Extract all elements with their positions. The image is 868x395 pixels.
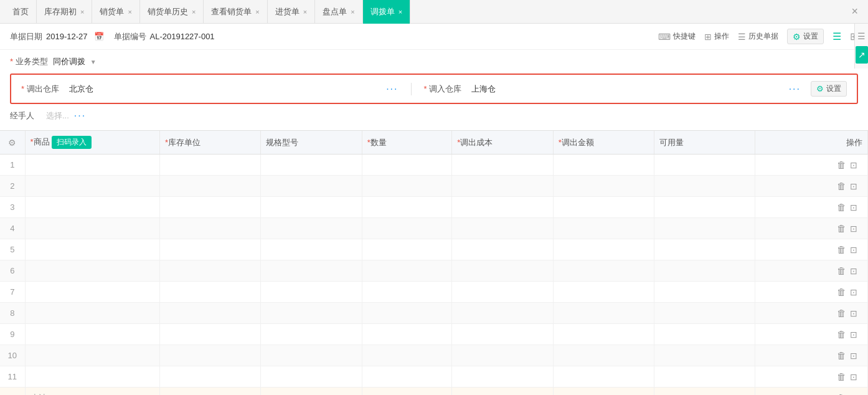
row-qty[interactable] <box>362 176 451 197</box>
copy-row-button[interactable]: ⊡ <box>850 287 857 297</box>
row-spec[interactable] <box>261 324 362 345</box>
row-spec[interactable] <box>261 155 362 176</box>
shortcut-button[interactable]: ⌨ 快捷键 <box>658 31 696 42</box>
delete-row-button[interactable]: 🗑 <box>837 287 846 297</box>
tab-sales-order[interactable]: 销货单 × <box>92 0 139 24</box>
tab-inventory-init[interactable]: 库存期初 × <box>37 0 92 24</box>
layout-list-button[interactable]: ☰ <box>833 31 841 42</box>
row-qty[interactable] <box>362 155 451 176</box>
side-link-icon[interactable]: ↗ <box>856 46 868 64</box>
copy-row-button[interactable]: ⊡ <box>850 330 857 340</box>
row-transfer-cost[interactable] <box>452 345 553 366</box>
copy-row-button[interactable]: ⊡ <box>850 245 857 255</box>
row-transfer-cost[interactable] <box>452 176 553 197</box>
row-transfer-amount[interactable] <box>553 176 654 197</box>
copy-row-button[interactable]: ⊡ <box>850 181 857 191</box>
row-transfer-amount[interactable] <box>553 303 654 324</box>
row-unit[interactable] <box>160 324 261 345</box>
row-spec[interactable] <box>261 303 362 324</box>
copy-row-button[interactable]: ⊡ <box>850 308 857 318</box>
row-transfer-amount[interactable] <box>553 366 654 388</box>
tab-view-sales[interactable]: 查看销货单 × <box>204 0 267 24</box>
copy-row-button[interactable]: ⊡ <box>850 202 857 212</box>
tab-inventory-count[interactable]: 盘点单 × <box>315 0 362 24</box>
row-qty[interactable] <box>362 303 451 324</box>
row-product[interactable] <box>25 282 160 303</box>
delete-row-button[interactable]: 🗑 <box>837 181 846 191</box>
close-tab-inventory-init[interactable]: × <box>80 8 84 16</box>
row-spec[interactable] <box>261 366 362 388</box>
row-qty[interactable] <box>362 218 451 239</box>
row-transfer-amount[interactable] <box>553 260 654 282</box>
row-unit[interactable] <box>160 303 261 324</box>
history-button[interactable]: ☰ 历史单据 <box>738 31 778 42</box>
row-qty[interactable] <box>362 366 451 388</box>
warehouse-in-more-button[interactable]: ··· <box>789 83 801 95</box>
business-type-select[interactable]: 同价调拨 ▼ <box>53 56 177 67</box>
close-tab-inventory-count[interactable]: × <box>351 8 354 16</box>
row-spec[interactable] <box>261 197 362 218</box>
row-transfer-amount[interactable] <box>553 345 654 366</box>
row-unit[interactable] <box>160 176 261 197</box>
tab-sales-history[interactable]: 销货单历史 × <box>140 0 204 24</box>
calendar-icon[interactable]: 📅 <box>94 32 104 41</box>
row-transfer-cost[interactable] <box>452 218 553 239</box>
delete-row-button[interactable]: 🗑 <box>837 244 846 255</box>
row-qty[interactable] <box>362 197 451 218</box>
row-transfer-cost[interactable] <box>452 324 553 345</box>
close-tab-sales-history[interactable]: × <box>192 8 196 16</box>
row-product[interactable] <box>25 197 160 218</box>
table-gear-icon[interactable]: ⚙ <box>8 138 16 148</box>
delete-row-button[interactable]: 🗑 <box>837 350 846 361</box>
close-tab-view-sales[interactable]: × <box>255 8 259 16</box>
delete-row-button[interactable]: 🗑 <box>837 329 846 340</box>
copy-row-button[interactable]: ⊡ <box>850 160 857 170</box>
tab-purchase-order[interactable]: 进货单 × <box>268 0 315 24</box>
row-product[interactable] <box>25 324 160 345</box>
row-product[interactable] <box>25 345 160 366</box>
row-qty[interactable] <box>362 260 451 282</box>
delete-row-button[interactable]: 🗑 <box>837 202 846 212</box>
row-transfer-cost[interactable] <box>452 303 553 324</box>
row-product[interactable] <box>25 218 160 239</box>
row-spec[interactable] <box>261 239 362 260</box>
warehouse-out-more-button[interactable]: ··· <box>386 83 398 95</box>
row-transfer-cost[interactable] <box>452 260 553 282</box>
operation-button[interactable]: ⊞ 操作 <box>704 31 729 42</box>
delete-row-button[interactable]: 🗑 <box>837 265 846 276</box>
copy-row-button[interactable]: ⊡ <box>850 224 857 234</box>
row-unit[interactable] <box>160 260 261 282</box>
row-spec[interactable] <box>261 260 362 282</box>
row-unit[interactable] <box>160 282 261 303</box>
subtotal-delete-button[interactable]: 🗑 <box>836 393 846 395</box>
row-unit[interactable] <box>160 218 261 239</box>
side-list-icon[interactable]: ☰ <box>855 29 868 44</box>
settings-button[interactable]: ⚙ 设置 <box>787 29 824 44</box>
copy-row-button[interactable]: ⊡ <box>850 372 857 382</box>
copy-row-button[interactable]: ⊡ <box>850 266 857 276</box>
row-unit[interactable] <box>160 366 261 388</box>
row-unit[interactable] <box>160 239 261 260</box>
row-transfer-cost[interactable] <box>452 366 553 388</box>
row-product[interactable] <box>25 176 160 197</box>
row-transfer-amount[interactable] <box>553 155 654 176</box>
row-qty[interactable] <box>362 345 451 366</box>
row-qty[interactable] <box>362 239 451 260</box>
row-product[interactable] <box>25 260 160 282</box>
row-product[interactable] <box>25 155 160 176</box>
row-spec[interactable] <box>261 176 362 197</box>
row-spec[interactable] <box>261 218 362 239</box>
row-unit[interactable] <box>160 155 261 176</box>
delete-row-button[interactable]: 🗑 <box>837 223 846 234</box>
close-tab-purchase-order[interactable]: × <box>303 8 307 16</box>
delete-row-button[interactable]: 🗑 <box>837 159 846 170</box>
scan-button[interactable]: 扫码录入 <box>52 136 92 149</box>
row-transfer-amount[interactable] <box>553 197 654 218</box>
row-unit[interactable] <box>160 345 261 366</box>
subtotal-copy-button[interactable]: ⊡ <box>849 393 857 396</box>
row-transfer-cost[interactable] <box>452 239 553 260</box>
row-spec[interactable] <box>261 282 362 303</box>
row-product[interactable] <box>25 303 160 324</box>
close-tab-sales-order[interactable]: × <box>128 8 131 16</box>
row-transfer-amount[interactable] <box>553 324 654 345</box>
